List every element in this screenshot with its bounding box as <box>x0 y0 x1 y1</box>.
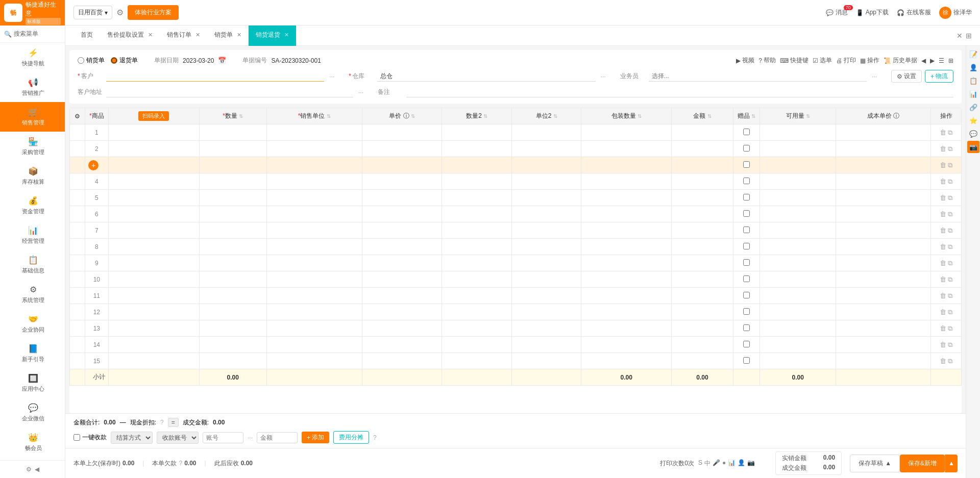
row-qty2-cell[interactable] <box>442 320 512 337</box>
col-scan[interactable]: 扫码录入 <box>108 108 199 124</box>
order-debt-help-icon[interactable]: ? <box>179 460 182 467</box>
address-input[interactable] <box>106 87 353 97</box>
row-quantity-cell[interactable] <box>199 304 266 320</box>
row-quantity-cell[interactable] <box>199 190 266 206</box>
row-pack-qty-cell[interactable] <box>581 255 672 271</box>
row-unit-price-cell[interactable] <box>362 288 442 304</box>
settlement-select[interactable]: 结算方式 <box>111 432 153 444</box>
row-pack-qty-cell[interactable] <box>581 124 672 141</box>
row-unit2-cell[interactable] <box>511 304 581 320</box>
row-unit2-cell[interactable] <box>511 288 581 304</box>
toolbar-icon6[interactable]: 👤 <box>738 459 745 468</box>
history-btn[interactable]: 📜 历史单据 <box>884 56 917 65</box>
row-gift-cell[interactable] <box>733 157 760 173</box>
row-delete-btn[interactable]: 🗑 <box>940 341 946 348</box>
row-qty2-cell[interactable] <box>442 206 512 222</box>
row-quantity-cell[interactable] <box>199 222 266 239</box>
row-amount-cell[interactable] <box>671 173 733 190</box>
row-gift-cell[interactable] <box>733 320 760 337</box>
row-amount-cell[interactable] <box>671 337 733 353</box>
row-available-cell[interactable] <box>760 173 836 190</box>
row-copy-btn[interactable]: ⧉ <box>948 161 952 169</box>
save-new-dropdown-btn[interactable]: ▲ <box>945 455 958 472</box>
row-unit-price-cell[interactable] <box>362 255 442 271</box>
tab-close-icon[interactable]: ✕ <box>237 32 241 38</box>
row-product-cell[interactable] <box>108 239 199 255</box>
row-qty2-cell[interactable] <box>442 337 512 353</box>
gift-checkbox[interactable] <box>743 210 750 217</box>
panel-icon-1[interactable]: 📝 <box>967 48 979 60</box>
row-copy-btn[interactable]: ⧉ <box>948 357 952 365</box>
row-sales-unit-cell[interactable] <box>266 337 362 353</box>
settings-gear-icon[interactable]: ⚙ <box>116 8 124 17</box>
row-unit2-cell[interactable] <box>511 337 581 353</box>
equal-btn[interactable]: = <box>168 418 179 427</box>
row-quantity-cell[interactable] <box>199 271 266 288</box>
row-pack-qty-cell[interactable] <box>581 141 672 157</box>
row-product-cell[interactable] <box>108 337 199 353</box>
row-qty2-cell[interactable] <box>442 271 512 288</box>
customer-more-btn[interactable]: ··· <box>327 73 336 80</box>
amount-input[interactable] <box>257 432 298 443</box>
cash-discount-help-icon[interactable]: ? <box>160 419 164 426</box>
sidebar-item-member[interactable]: 👑 畅会员 <box>0 427 65 457</box>
row-product-cell[interactable] <box>108 304 199 320</box>
warehouse-more-btn[interactable]: ··· <box>599 73 608 80</box>
tab-sales-return[interactable]: 销货退货 ✕ <box>249 26 296 46</box>
gift-checkbox[interactable] <box>743 308 750 315</box>
row-unit2-cell[interactable] <box>511 255 581 271</box>
row-gift-cell[interactable] <box>733 353 760 369</box>
tab-close-icon[interactable]: ✕ <box>195 32 200 38</box>
prev-record-btn[interactable]: ◀ <box>921 57 926 64</box>
remarks-input[interactable] <box>406 87 953 97</box>
row-amount-cell[interactable] <box>671 239 733 255</box>
row-delete-btn[interactable]: 🗑 <box>940 161 946 169</box>
row-available-cell[interactable] <box>760 124 836 141</box>
col-gear[interactable]: ⚙ <box>70 108 85 124</box>
row-copy-btn[interactable]: ⧉ <box>948 178 952 186</box>
logistics-btn[interactable]: + 物流 <box>925 70 953 83</box>
row-delete-btn[interactable]: 🗑 <box>940 324 946 332</box>
row-pack-qty-cell[interactable] <box>581 337 672 353</box>
row-cost-price-cell[interactable] <box>836 206 931 222</box>
row-unit2-cell[interactable] <box>511 206 581 222</box>
toolbar-icon4[interactable]: ● <box>722 459 726 468</box>
row-delete-btn[interactable]: 🗑 <box>940 129 946 136</box>
sidebar-item-appcenter[interactable]: 🔲 应用中心 <box>0 368 65 398</box>
row-quantity-cell[interactable] <box>199 255 266 271</box>
date-picker-btn[interactable]: 📅 <box>218 57 226 64</box>
row-sales-unit-cell[interactable] <box>266 288 362 304</box>
more-account-btn[interactable]: ··· <box>248 434 253 441</box>
row-gift-cell[interactable] <box>733 190 760 206</box>
row-available-cell[interactable] <box>760 190 836 206</box>
row-product-cell[interactable] <box>108 271 199 288</box>
row-copy-btn[interactable]: ⧉ <box>948 145 952 153</box>
tab-expand-btn[interactable]: ⊞ <box>966 32 972 40</box>
row-unit2-cell[interactable] <box>511 239 581 255</box>
panel-icon-2[interactable]: 👤 <box>967 61 979 73</box>
sort-icon[interactable]: ⇅ <box>411 113 415 119</box>
warehouse-input[interactable] <box>377 71 595 82</box>
panel-icon-4[interactable]: 📊 <box>967 88 979 100</box>
row-unit-price-cell[interactable] <box>362 124 442 141</box>
row-qty2-cell[interactable] <box>442 173 512 190</box>
fee-split-btn[interactable]: 费用分摊 <box>333 431 369 444</box>
gift-checkbox[interactable] <box>743 178 750 184</box>
sidebar-item-finance[interactable]: 💰 资金管理 <box>0 191 65 220</box>
row-delete-btn[interactable]: 🗑 <box>940 243 946 250</box>
row-unit-price-cell[interactable] <box>362 239 442 255</box>
row-unit-price-cell[interactable] <box>362 320 442 337</box>
gift-checkbox[interactable] <box>743 194 750 200</box>
row-qty2-cell[interactable] <box>442 141 512 157</box>
sidebar-search[interactable]: 🔍 搜索菜单 <box>0 26 65 43</box>
row-add-btn-cell[interactable]: + <box>85 157 109 173</box>
row-copy-btn[interactable]: ⧉ <box>948 129 952 137</box>
row-cost-price-cell[interactable] <box>836 337 931 353</box>
row-product-cell[interactable] <box>108 255 199 271</box>
row-pack-qty-cell[interactable] <box>581 157 672 173</box>
row-gift-cell[interactable] <box>733 173 760 190</box>
radio-return[interactable]: 退货单 <box>111 56 138 65</box>
sort-icon[interactable]: ⇅ <box>327 113 331 119</box>
toolbar-icon3[interactable]: 🎤 <box>713 459 720 468</box>
gift-checkbox[interactable] <box>743 161 750 168</box>
